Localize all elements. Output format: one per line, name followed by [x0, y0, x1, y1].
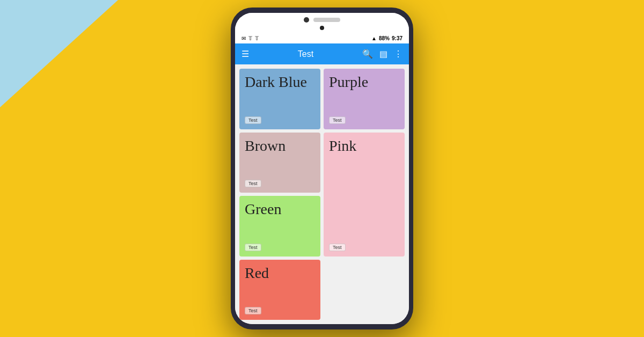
wifi-icon: ▲ [371, 35, 377, 41]
selfie-camera-icon [320, 26, 324, 30]
card-red[interactable]: Red Test [239, 260, 320, 320]
card-dark-blue-title: Dark Blue [245, 74, 315, 91]
twitter-icon-1: 𝕋 [248, 35, 252, 41]
app-title: Test [255, 49, 356, 59]
card-pink[interactable]: Pink Test [324, 133, 405, 257]
battery-icon: 88% [379, 35, 390, 41]
cards-grid: Dark Blue Test Purple Test Brown Test Pi… [239, 69, 405, 320]
grid-view-icon[interactable]: ▤ [379, 49, 387, 59]
status-bar: ✉ 𝕋 𝕋 ▲ 88% 9:37 [235, 33, 409, 43]
search-icon[interactable]: 🔍 [362, 49, 373, 59]
content-area: Dark Blue Test Purple Test Brown Test Pi… [235, 64, 409, 324]
card-pink-badge: Test [329, 244, 346, 251]
speaker-grille [313, 18, 340, 22]
card-brown-badge: Test [245, 180, 261, 187]
card-green-badge: Test [245, 244, 261, 251]
status-right-info: ▲ 88% 9:37 [371, 35, 402, 41]
twitter-icon-2: 𝕋 [255, 35, 259, 41]
card-purple-title: Purple [329, 74, 399, 91]
status-left-icons: ✉ 𝕋 𝕋 [241, 35, 259, 41]
phone-device: ✉ 𝕋 𝕋 ▲ 88% 9:37 ☰ Test 🔍 ▤ ⋮ [231, 8, 413, 329]
message-icon: ✉ [241, 35, 246, 41]
app-bar: ☰ Test 🔍 ▤ ⋮ [235, 43, 409, 64]
phone-screen: ✉ 𝕋 𝕋 ▲ 88% 9:37 ☰ Test 🔍 ▤ ⋮ [235, 13, 409, 324]
card-dark-blue[interactable]: Dark Blue Test [239, 69, 320, 129]
background-corner [0, 0, 118, 107]
front-camera-icon [304, 17, 309, 23]
battery-percent: 88% [379, 35, 390, 41]
card-green[interactable]: Green Test [239, 196, 320, 257]
card-brown-title: Brown [245, 138, 315, 155]
card-green-title: Green [245, 201, 315, 218]
card-dark-blue-badge: Test [245, 116, 261, 124]
card-pink-title: Pink [329, 138, 399, 155]
card-red-badge: Test [245, 307, 261, 314]
card-purple[interactable]: Purple Test [324, 69, 405, 129]
time-display: 9:37 [392, 35, 402, 41]
phone-hardware-top [235, 13, 409, 33]
card-brown[interactable]: Brown Test [239, 133, 320, 193]
card-red-title: Red [245, 265, 315, 282]
menu-icon[interactable]: ☰ [241, 49, 249, 59]
card-purple-badge: Test [329, 116, 346, 124]
more-options-icon[interactable]: ⋮ [394, 49, 402, 59]
